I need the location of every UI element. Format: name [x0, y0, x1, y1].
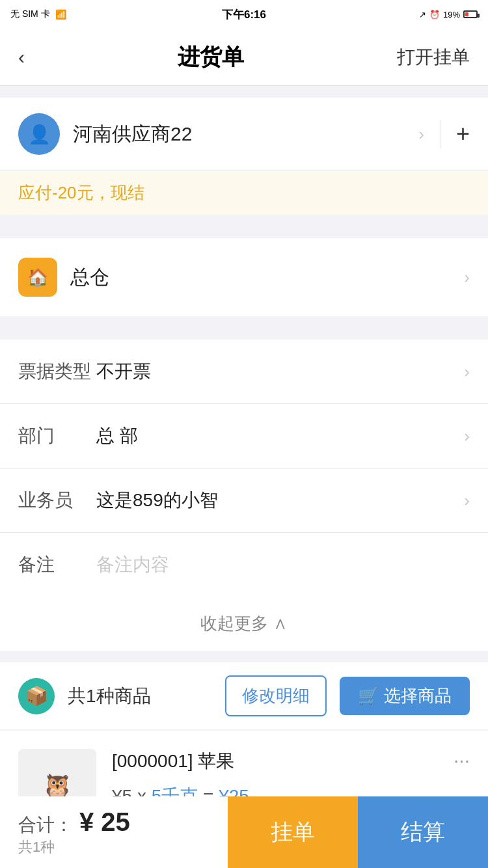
nav-bar: ‹ 进货单 打开挂单	[0, 29, 488, 86]
wifi-icon: 📶	[55, 9, 66, 20]
warehouse-section: 🏠 总仓 ›	[0, 238, 488, 316]
battery-icon	[463, 10, 478, 18]
total-label: 合计：	[18, 813, 73, 837]
remarks-value: 备注内容	[96, 552, 470, 577]
salesperson-value: 这是859的小智	[96, 488, 464, 513]
warehouse-icon-wrap: 🏠	[18, 258, 57, 297]
product-code: [0000001]	[112, 751, 198, 771]
department-row[interactable]: 部门 总 部 ›	[0, 404, 488, 468]
payable-text: 应付-20元，现结	[18, 183, 144, 202]
products-icon-wrap: 📦	[18, 678, 55, 714]
warehouse-row[interactable]: 🏠 总仓 ›	[0, 238, 488, 316]
warehouse-icon: 🏠	[27, 267, 48, 288]
status-time: 下午6:16	[222, 7, 266, 22]
salesperson-label: 业务员	[18, 488, 96, 513]
settle-button[interactable]: 结算	[358, 796, 488, 868]
remarks-label: 备注	[18, 552, 96, 577]
status-bar: 无 SIM 卡 📶 下午6:16 ↗ ⏰ 19%	[0, 0, 488, 29]
alarm-icon: ⏰	[429, 10, 440, 20]
cart-icon: 🛒	[358, 686, 379, 706]
product-name: [0000001] 苹果	[112, 749, 438, 774]
select-product-button[interactable]: 🛒 选择商品	[340, 677, 470, 715]
supplier-avatar: 👤	[18, 113, 60, 155]
edit-detail-button[interactable]: 修改明细	[225, 675, 327, 716]
invoice-type-chevron-icon: ›	[464, 362, 470, 382]
department-label: 部门	[18, 424, 96, 448]
department-chevron-icon: ›	[464, 426, 470, 446]
department-value: 总 部	[96, 424, 464, 448]
salesperson-chevron-icon: ›	[464, 491, 470, 511]
collapse-label: 收起更多 ∧	[200, 612, 287, 635]
battery-percent: 19%	[443, 10, 460, 20]
footer-total: 合计： ¥ 25 共1种	[0, 807, 228, 857]
footer: 合计： ¥ 25 共1种 挂单 结算	[0, 796, 488, 868]
products-header: 📦 共1种商品 修改明细 🛒 选择商品	[0, 662, 488, 729]
supplier-name: 河南供应商22	[73, 121, 418, 148]
footer-count: 共1种	[18, 837, 210, 857]
warehouse-chevron-icon: ›	[464, 267, 470, 288]
form-section: 票据类型 不开票 › 部门 总 部 › 业务员 这是859的小智 › 备注 备注…	[0, 340, 488, 597]
invoice-type-value: 不开票	[96, 359, 464, 384]
collapse-row[interactable]: 收起更多 ∧	[0, 597, 488, 651]
invoice-type-label: 票据类型	[18, 359, 96, 384]
person-icon: 👤	[28, 124, 51, 145]
status-right: ↗ ⏰ 19%	[419, 10, 478, 20]
remarks-row[interactable]: 备注 备注内容	[0, 533, 488, 597]
select-product-label: 选择商品	[384, 685, 452, 707]
vertical-divider	[440, 120, 441, 148]
page-title: 进货单	[178, 42, 244, 72]
total-amount: ¥ 25	[79, 807, 130, 837]
invoice-type-row[interactable]: 票据类型 不开票 ›	[0, 340, 488, 404]
hang-order-button[interactable]: 挂单	[228, 796, 358, 868]
status-left: 无 SIM 卡 📶	[10, 8, 66, 20]
supplier-row[interactable]: 👤 河南供应商22 › +	[0, 98, 488, 171]
more-options-button[interactable]: ···	[454, 749, 470, 771]
back-button[interactable]: ‹	[18, 46, 25, 68]
supplier-chevron-icon: ›	[418, 124, 424, 144]
open-pending-button[interactable]: 打开挂单	[397, 45, 470, 70]
product-title: 苹果	[198, 751, 234, 771]
carrier-text: 无 SIM 卡	[10, 8, 50, 20]
salesperson-row[interactable]: 业务员 这是859的小智 ›	[0, 468, 488, 533]
location-icon: ↗	[419, 10, 426, 20]
products-count: 共1种商品	[68, 684, 212, 709]
payable-notice: 应付-20元，现结	[0, 171, 488, 215]
products-icon: 📦	[25, 685, 48, 707]
supplier-section: 👤 河南供应商22 › + 应付-20元，现结	[0, 98, 488, 215]
warehouse-name: 总仓	[70, 264, 464, 291]
add-button[interactable]: +	[456, 120, 470, 148]
